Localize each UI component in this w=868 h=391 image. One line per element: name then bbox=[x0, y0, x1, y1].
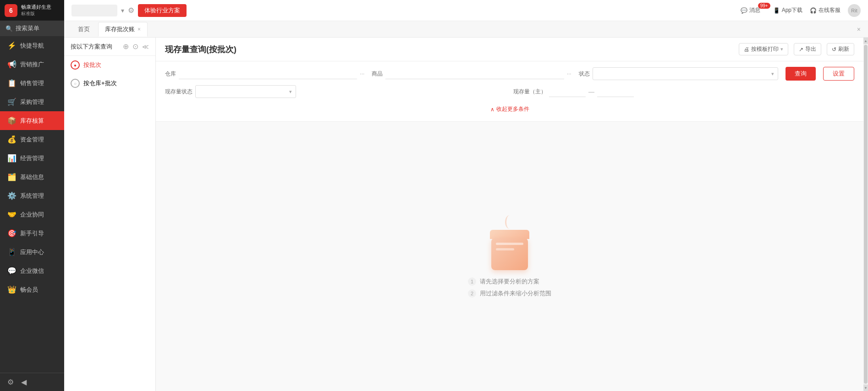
refresh-label: 刷新 bbox=[838, 45, 849, 53]
vip-icon: 👑 bbox=[7, 285, 16, 294]
topbar: ▾ ⚙ 体验行业方案 💬 消息 99+ 📱 App下载 🎧 在线客服 Rit bbox=[64, 0, 868, 21]
product-filter-more[interactable]: ··· bbox=[567, 71, 571, 77]
online-service-button[interactable]: 🎧 在线客服 bbox=[810, 6, 841, 14]
tab-close-icon[interactable]: × bbox=[137, 26, 141, 33]
search-menu-label: 搜索菜单 bbox=[16, 24, 39, 33]
messages-button[interactable]: 💬 消息 99+ bbox=[741, 6, 766, 14]
sidebar-item-label: 系统管理 bbox=[20, 192, 44, 200]
newbie-icon: 🎯 bbox=[7, 229, 16, 238]
product-filter-label: 商品 bbox=[372, 70, 383, 78]
filter-warehouse: 仓库 ··· bbox=[165, 69, 364, 79]
sidebar-item-purchase[interactable]: 🛒 采购管理 bbox=[0, 92, 64, 111]
empty-illustration bbox=[482, 215, 537, 270]
settings-icon[interactable]: ⚙ bbox=[7, 378, 14, 386]
sidebar-item-operations[interactable]: 📊 经营管理 bbox=[0, 149, 64, 168]
sidebar-footer: ⚙ ◀ bbox=[0, 373, 64, 391]
empty-hints: 1 请先选择要分析的方案 2 用过滤条件来缩小分析范围 bbox=[468, 277, 551, 298]
sidebar-item-label: 经营管理 bbox=[20, 154, 44, 163]
template-dropdown-icon[interactable]: ▾ bbox=[780, 46, 783, 52]
headset-icon: 🎧 bbox=[810, 7, 817, 14]
warehouse-filter-input[interactable] bbox=[179, 69, 357, 79]
basics-icon: 🗂️ bbox=[7, 173, 16, 181]
scheme-settings-icon[interactable]: ⊙ bbox=[132, 42, 138, 51]
query-button[interactable]: 查询 bbox=[786, 67, 816, 81]
scheme-item-by-batch[interactable]: ● 按批次 bbox=[64, 56, 155, 74]
app-download-button[interactable]: 📱 App下载 bbox=[773, 6, 802, 14]
sidebar-item-label: 营销推广 bbox=[20, 60, 44, 69]
empty-box-body bbox=[491, 238, 528, 270]
sidebar-item-system[interactable]: ⚙️ 系统管理 bbox=[0, 186, 64, 205]
sidebar-item-label: 应用中心 bbox=[20, 248, 44, 256]
sidebar-item-sales[interactable]: 📋 销售管理 bbox=[0, 74, 64, 92]
topbar-breadcrumb bbox=[71, 5, 117, 16]
print-icon: 🖨 bbox=[744, 46, 749, 53]
template-print-label: 按模板打印 bbox=[751, 45, 779, 53]
scheme-warehouse-batch-label: 按仓库+批次 bbox=[83, 79, 117, 87]
warehouse-filter-more[interactable]: ··· bbox=[360, 71, 364, 77]
sidebar-item-label: 新手引导 bbox=[20, 229, 44, 238]
search-menu[interactable]: 🔍 搜索菜单 bbox=[0, 21, 64, 36]
filter-stock-amount: 现存量（主） — bbox=[513, 87, 854, 97]
marketing-icon: 📢 bbox=[7, 60, 16, 69]
collapse-sidebar-icon[interactable]: ◀ bbox=[21, 378, 27, 386]
stock-status-select[interactable]: ▾ bbox=[195, 85, 296, 98]
tab-home-label: 首页 bbox=[78, 25, 90, 33]
empty-state: 1 请先选择要分析的方案 2 用过滤条件来缩小分析范围 bbox=[156, 122, 863, 391]
collapse-panel-icon[interactable]: ≪ bbox=[142, 43, 149, 50]
sidebar-item-marketing[interactable]: 📢 营销推广 bbox=[0, 55, 64, 74]
filter-row-1: 仓库 ··· 商品 ··· 状态 ▾ bbox=[165, 67, 854, 81]
tab-home[interactable]: 首页 bbox=[71, 22, 96, 36]
product-filter-input[interactable] bbox=[385, 69, 564, 79]
refresh-button[interactable]: ↺ 刷新 bbox=[827, 43, 854, 55]
sidebar-item-vip[interactable]: 👑 畅会员 bbox=[0, 280, 64, 299]
template-print-button[interactable]: 🖨 按模板打印 ▾ bbox=[739, 43, 788, 55]
scroll-down-button[interactable]: ▼ bbox=[863, 385, 868, 391]
sidebar-item-label: 资金管理 bbox=[20, 136, 44, 144]
left-scheme-panel: 按以下方案查询 ⊕ ⊙ ≪ ● 按批次 ○ 按仓库+批次 bbox=[64, 38, 156, 391]
sidebar-item-finance[interactable]: 💰 资金管理 bbox=[0, 130, 64, 149]
sidebar-item-basics[interactable]: 🗂️ 基础信息 bbox=[0, 168, 64, 186]
status-filter-select[interactable]: ▾ bbox=[593, 67, 778, 80]
operations-icon: 📊 bbox=[7, 154, 16, 163]
sidebar-item-newbie[interactable]: 🎯 新手引导 bbox=[0, 224, 64, 243]
tabs-bar: 首页 库存批次账 × × bbox=[64, 21, 868, 38]
scroll-thumb[interactable] bbox=[864, 45, 868, 384]
stock-amount-to-input[interactable] bbox=[597, 87, 634, 97]
export-button[interactable]: ↗ 导出 bbox=[794, 43, 821, 55]
sidebar-item-enterprise-wechat[interactable]: 💬 企业微信 bbox=[0, 261, 64, 280]
sidebar-item-quick-nav[interactable]: ⚡ 快捷导航 bbox=[0, 36, 64, 55]
app-download-label: App下载 bbox=[782, 6, 802, 14]
main-area: ▾ ⚙ 体验行业方案 💬 消息 99+ 📱 App下载 🎧 在线客服 Rit bbox=[64, 0, 868, 391]
user-avatar-button[interactable]: Rit bbox=[848, 4, 861, 17]
trial-industry-button[interactable]: 体验行业方案 bbox=[138, 4, 187, 17]
empty-steam-decor bbox=[505, 215, 514, 229]
add-scheme-icon[interactable]: ⊕ bbox=[123, 42, 129, 51]
scheme-item-by-warehouse-batch[interactable]: ○ 按仓库+批次 bbox=[64, 74, 155, 92]
purchase-icon: 🛒 bbox=[7, 98, 16, 106]
collapse-more-conditions[interactable]: ∧ 收起更多条件 bbox=[165, 103, 854, 116]
app-title-block: 畅康通好生意 标准版 bbox=[21, 4, 51, 17]
breadcrumb-dropdown-button[interactable]: ▾ bbox=[121, 7, 124, 14]
global-tab-close-button[interactable]: × bbox=[857, 26, 861, 33]
filter-product: 商品 ··· bbox=[372, 69, 571, 79]
filter-area: 仓库 ··· 商品 ··· 状态 ▾ bbox=[156, 61, 863, 122]
sidebar-item-enterprise-coop[interactable]: 🤝 企业协同 bbox=[0, 205, 64, 224]
tab-inventory-batch[interactable]: 库存批次账 × bbox=[98, 22, 148, 37]
settings-button[interactable]: 设置 bbox=[823, 67, 854, 81]
stock-amount-from-input[interactable] bbox=[549, 87, 586, 97]
tab-active-label: 库存批次账 bbox=[105, 25, 135, 33]
scroll-up-button[interactable]: ▲ bbox=[863, 38, 868, 44]
finance-icon: 💰 bbox=[7, 135, 16, 144]
scheme-warehouse-batch-icon: ○ bbox=[71, 79, 80, 88]
sidebar-item-label: 销售管理 bbox=[20, 79, 44, 87]
online-service-label: 在线客服 bbox=[819, 6, 841, 14]
filter-row-2: 现存量状态 ▾ 现存量（主） — bbox=[165, 85, 854, 98]
content-area: 按以下方案查询 ⊕ ⊙ ≪ ● 按批次 ○ 按仓库+批次 现存量查询(按批次) bbox=[64, 38, 868, 391]
phone-icon: 📱 bbox=[773, 7, 780, 14]
sidebar-item-app-center[interactable]: 📱 应用中心 bbox=[0, 243, 64, 261]
messages-badge: 99+ bbox=[758, 3, 770, 9]
sidebar-item-inventory[interactable]: 📦 库存核算 bbox=[0, 111, 64, 130]
scheme-panel-actions: ⊕ ⊙ ≪ bbox=[123, 42, 149, 51]
empty-hint-1: 1 请先选择要分析的方案 bbox=[468, 277, 551, 286]
topbar-gear-icon[interactable]: ⚙ bbox=[128, 6, 134, 15]
